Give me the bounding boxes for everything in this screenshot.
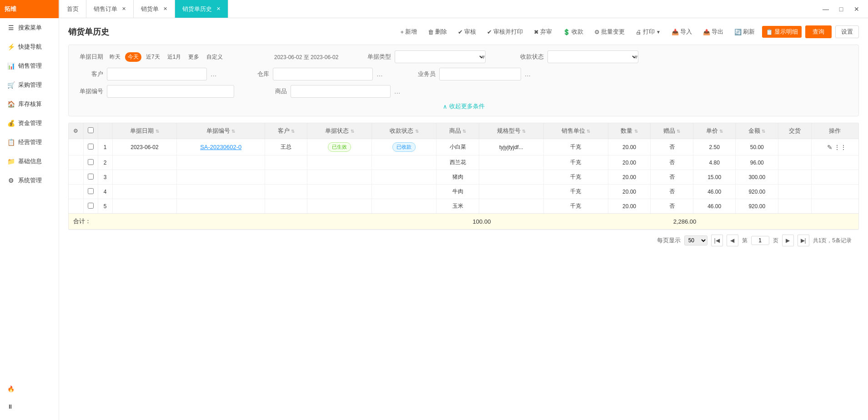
sidebar-bottom-icon2[interactable]: ⏸ xyxy=(0,398,59,415)
th-doc-status[interactable]: 单据状态 ⇅ xyxy=(307,123,372,139)
sidebar-item-search-menu[interactable]: ☰ 搜索菜单 xyxy=(0,18,59,37)
td-docno[interactable]: SA-20230602-0 xyxy=(177,139,265,155)
td-customer xyxy=(265,199,307,214)
tab-sales-history-close[interactable]: ✕ xyxy=(216,6,221,12)
tab-sales-order-close[interactable]: ✕ xyxy=(122,6,126,12)
td-check[interactable] xyxy=(83,170,98,185)
date-tab-custom[interactable]: 自定义 xyxy=(204,52,226,62)
row-checkbox-4[interactable] xyxy=(88,203,94,209)
collect-status-select[interactable] xyxy=(547,50,638,63)
page-number-input[interactable] xyxy=(751,236,769,245)
td-gift: 否 xyxy=(651,185,693,199)
customer-input[interactable] xyxy=(107,68,207,80)
table-scroll[interactable]: ⚙ 单据日期 ⇅ 单据编号 ⇅ xyxy=(69,123,858,213)
row-checkbox-2[interactable] xyxy=(88,174,94,180)
th-goods[interactable]: 商品 ⇅ xyxy=(437,123,479,139)
date-tab-more[interactable]: 更多 xyxy=(186,52,202,62)
date-filter-item: 单据日期 昨天 今天 近7天 近1月 更多 自定义 xyxy=(76,52,267,62)
th-docno[interactable]: 单据编号 ⇅ xyxy=(177,123,265,139)
warehouse-input[interactable] xyxy=(273,68,373,80)
new-button[interactable]: + 新增 xyxy=(397,26,421,38)
tab-sales-goods[interactable]: 销货单 ✕ xyxy=(134,0,175,18)
page-size-select[interactable]: 50 10 20 100 xyxy=(684,235,707,245)
select-all-checkbox[interactable] xyxy=(88,127,94,133)
import-label: 导入 xyxy=(680,28,692,36)
goods-dots[interactable]: ... xyxy=(394,87,400,95)
tab-sales-history[interactable]: 销货单历史 ✕ xyxy=(175,0,228,18)
th-customer[interactable]: 客户 ⇅ xyxy=(265,123,307,139)
goods-input[interactable] xyxy=(291,85,391,98)
doc-type-select[interactable] xyxy=(395,50,486,63)
th-gear[interactable]: ⚙ xyxy=(69,123,83,139)
tab-sales-history-label: 销货单历史 xyxy=(182,5,212,13)
sidebar-item-business-mgmt[interactable]: 📋 经营管理 xyxy=(0,133,59,152)
date-tab-7days[interactable]: 近7天 xyxy=(143,52,163,62)
minimize-button[interactable]: — xyxy=(820,3,832,15)
sidebar-item-sales-mgmt[interactable]: 📊 销售管理 xyxy=(0,56,59,75)
td-check[interactable] xyxy=(83,155,98,170)
th-amount[interactable]: 金额 ⇅ xyxy=(736,123,778,139)
sidebar-item-purchase-mgmt[interactable]: 🛒 采购管理 xyxy=(0,75,59,95)
page-first-button[interactable]: |◀ xyxy=(711,235,723,246)
settings-button[interactable]: 设置 xyxy=(835,25,859,38)
abandon-button[interactable]: ✖ 弃审 xyxy=(530,26,556,38)
row-checkbox-0[interactable] xyxy=(88,144,94,150)
collect-button[interactable]: 💲 收款 xyxy=(559,26,587,38)
salesperson-input[interactable] xyxy=(439,68,521,80)
delete-button[interactable]: 🗑 删除 xyxy=(424,26,451,38)
td-check[interactable] xyxy=(83,139,98,155)
maximize-button[interactable]: □ xyxy=(835,3,847,15)
th-collect-status[interactable]: 收款状态 ⇅ xyxy=(372,123,437,139)
th-unit-price[interactable]: 单价 ⇅ xyxy=(693,123,736,139)
show-detail-button[interactable]: 📋 显示明细 xyxy=(762,26,802,38)
tab-home[interactable]: 首页 xyxy=(59,0,86,18)
td-check[interactable] xyxy=(83,185,98,199)
audit-button[interactable]: ✔ 审核 xyxy=(454,26,480,38)
salesperson-dots[interactable]: ... xyxy=(525,70,531,78)
th-sales-unit[interactable]: 销售单位 ⇅ xyxy=(543,123,608,139)
page-prev-button[interactable]: ◀ xyxy=(727,235,738,246)
query-button[interactable]: 查询 xyxy=(805,25,832,38)
customer-filter-item: 客户 ... xyxy=(76,68,216,80)
sidebar-item-finance-mgmt[interactable]: 💰 资金管理 xyxy=(0,114,59,133)
sidebar-item-system-mgmt[interactable]: ⚙ 系统管理 xyxy=(0,171,59,190)
date-tab-today[interactable]: 今天 xyxy=(125,52,141,62)
tab-sales-goods-close[interactable]: ✕ xyxy=(163,6,167,12)
tab-sales-order[interactable]: 销售订单 ✕ xyxy=(86,0,134,18)
docno-link[interactable]: SA-20230602-0 xyxy=(200,144,241,150)
batch-change-button[interactable]: ⚙ 批量变更 xyxy=(591,26,628,38)
filter-collapse-button[interactable]: ∧ 收起更多条件 xyxy=(76,102,851,110)
business-mgmt-label: 经营管理 xyxy=(18,138,42,146)
sidebar-item-quick-nav[interactable]: ⚡ 快捷导航 xyxy=(0,37,59,56)
warehouse-dots[interactable]: ... xyxy=(376,70,382,78)
audit-print-icon: ✔ xyxy=(487,29,492,35)
export-button[interactable]: 📤 导出 xyxy=(699,26,727,38)
date-tab-1month[interactable]: 近1月 xyxy=(165,52,184,62)
th-check[interactable] xyxy=(83,123,98,139)
sidebar-bottom-icon1[interactable]: 🔥 xyxy=(0,380,59,398)
doc-no-input[interactable] xyxy=(107,85,234,98)
row-checkbox-1[interactable] xyxy=(88,159,94,165)
th-gift[interactable]: 赠品 ⇅ xyxy=(651,123,693,139)
more-action-button[interactable]: ⋮⋮ xyxy=(836,143,845,152)
td-check[interactable] xyxy=(83,199,98,214)
page-last-button[interactable]: ▶| xyxy=(798,235,809,246)
sidebar-item-inventory[interactable]: 🏠 库存核算 xyxy=(0,95,59,114)
td-goods: 玉米 xyxy=(437,199,479,214)
print-button[interactable]: 🖨 打印 ▼ xyxy=(632,26,664,38)
td-gear xyxy=(69,199,83,214)
td-exchange xyxy=(778,155,812,170)
row-checkbox-3[interactable] xyxy=(88,188,94,194)
th-qty[interactable]: 数量 ⇅ xyxy=(608,123,651,139)
import-button[interactable]: 📥 导入 xyxy=(668,26,696,38)
edit-action-button[interactable]: ✎ xyxy=(825,143,834,152)
close-button[interactable]: ✕ xyxy=(851,3,863,15)
customer-dots[interactable]: ... xyxy=(211,70,216,78)
refresh-button[interactable]: 🔄 刷新 xyxy=(731,26,758,38)
date-tab-yesterday[interactable]: 昨天 xyxy=(107,52,123,62)
th-date[interactable]: 单据日期 ⇅ xyxy=(112,123,177,139)
th-spec[interactable]: 规格型号 ⇅ xyxy=(479,123,543,139)
audit-print-button[interactable]: ✔ 审核并打印 xyxy=(483,26,527,38)
page-next-button[interactable]: ▶ xyxy=(782,235,794,246)
sidebar-item-basic-info[interactable]: 📁 基础信息 xyxy=(0,152,59,171)
